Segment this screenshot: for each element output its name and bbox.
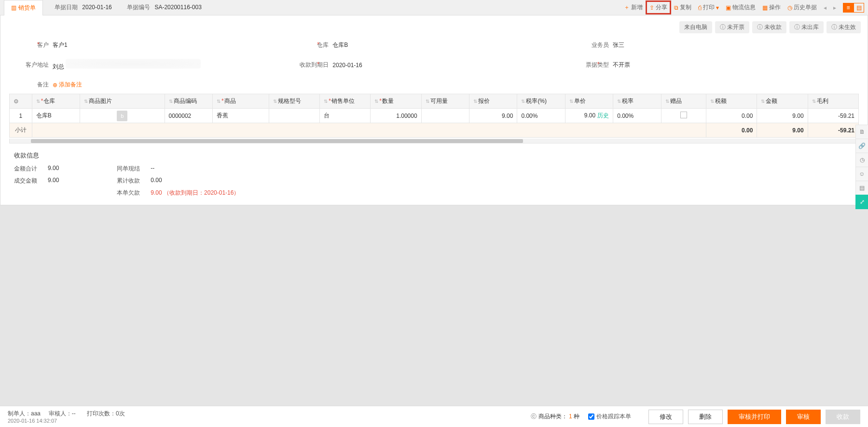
col-price[interactable]: ⇅单价	[565, 94, 613, 109]
col-tax[interactable]: ⇅税率	[613, 94, 661, 109]
copy-button[interactable]: ⧉复制	[671, 1, 694, 14]
rail-note-button[interactable]: 🗎	[855, 125, 868, 139]
grid-icon: ▦	[762, 4, 768, 11]
scrollbar-thumb[interactable]	[31, 139, 523, 143]
print-button[interactable]: ⎙打印▾	[695, 1, 722, 14]
audit-button[interactable]: 审核	[786, 410, 821, 424]
cell-gift	[661, 109, 706, 123]
col-gear[interactable]: ⚙	[10, 94, 32, 109]
receive-button[interactable]: 收款	[826, 410, 860, 424]
col-quote[interactable]: ⇅报价	[469, 94, 517, 109]
truck-icon: ▣	[726, 4, 731, 11]
status-not-effective[interactable]: ⓘ未生效	[827, 21, 861, 33]
col-product[interactable]: ⇅*商品	[212, 94, 269, 109]
info-icon: ⓘ	[831, 23, 837, 31]
audit-print-button[interactable]: 审核并打印	[728, 410, 781, 424]
new-button[interactable]: ＋新增	[621, 1, 646, 14]
plus-icon: ＋	[624, 3, 630, 12]
col-qty[interactable]: ⇅*数量	[371, 94, 421, 109]
cell-unit: 台	[320, 109, 371, 123]
total-value: 9.00	[48, 165, 59, 173]
rail-extra-button[interactable]: ▤	[855, 181, 868, 195]
view-card-button[interactable]: ▤	[854, 3, 864, 13]
col-spec[interactable]: ⇅规格型号	[269, 94, 319, 109]
col-profit[interactable]: ⇅毛利	[808, 94, 858, 109]
address-label: 客户地址	[14, 61, 53, 69]
delete-button[interactable]: 删除	[688, 410, 723, 424]
print-label: 打印次数：	[87, 410, 116, 417]
chart-icon: ▥	[11, 4, 16, 11]
status-row: 来自电脑 ⓘ未开票 ⓘ未收款 ⓘ未出库 ⓘ未生效	[0, 15, 868, 33]
add-remark-button[interactable]: ⊕ 添加备注	[53, 81, 82, 89]
history-icon: ◷	[787, 4, 792, 11]
status-not-out[interactable]: ⓘ未出库	[789, 21, 824, 33]
edit-button[interactable]: 修改	[648, 410, 683, 424]
col-gift[interactable]: ⇅赠品	[661, 94, 706, 109]
customer-label: 客户	[14, 41, 53, 49]
col-available[interactable]: ⇅可用量	[421, 94, 469, 109]
auditor-value: --	[72, 410, 76, 417]
side-rail: 🗎 🔗 ◷ ☺ ▤ ⤢	[855, 125, 868, 209]
items-table: ⚙ ⇅*仓库 ⇅商品图片 ⇅商品编码 ⇅*商品 ⇅规格型号 ⇅*销售单位 ⇅*数…	[0, 94, 868, 139]
doc-icon: ▤	[859, 185, 865, 191]
table-header: ⚙ ⇅*仓库 ⇅商品图片 ⇅商品编码 ⇅*商品 ⇅规格型号 ⇅*销售单位 ⇅*数…	[10, 94, 859, 109]
logistics-button[interactable]: ▣物流信息	[723, 1, 758, 14]
price-follow-check[interactable]: 价格跟踪本单	[588, 413, 631, 421]
deal-value: 9.00	[48, 177, 59, 185]
main-card: 来自电脑 ⓘ未开票 ⓘ未收款 ⓘ未出库 ⓘ未生效 客户 客户1 仓库 仓库B 业…	[0, 15, 868, 205]
user-icon: ☺	[859, 171, 865, 177]
status-not-received[interactable]: ⓘ未收款	[752, 21, 786, 33]
info-icon: ⓘ	[757, 23, 763, 31]
share-button[interactable]: ⇪分享	[647, 1, 670, 14]
col-warehouse[interactable]: ⇅*仓库	[32, 94, 80, 109]
col-unit[interactable]: ⇅*销售单位	[320, 94, 371, 109]
col-tax-amount[interactable]: ⇅税额	[706, 94, 757, 109]
header-meta: 单据日期 2020-01-16 单据编号 SA-20200116-003	[55, 3, 215, 12]
view-list-button[interactable]: ≡	[843, 3, 854, 13]
history-button[interactable]: ◷历史单据	[785, 1, 820, 14]
top-bar: ▥ 销货单 单据日期 2020-01-16 单据编号 SA-20200116-0…	[0, 0, 868, 15]
maker-value: aaa	[31, 410, 41, 417]
gift-checkbox[interactable]	[680, 112, 687, 118]
tab-sales-order[interactable]: ▥ 销货单	[4, 0, 43, 15]
status-not-invoiced[interactable]: ⓘ未开票	[715, 21, 749, 33]
price-history-link[interactable]: 历史	[597, 112, 609, 119]
rail-log-button[interactable]: ◷	[855, 153, 868, 167]
cell-tax: 0.00%	[613, 109, 661, 123]
warehouse-value: 仓库B	[332, 41, 348, 49]
salesman-label: 业务员	[574, 41, 613, 49]
due-value: 2020-01-16	[332, 62, 362, 69]
footer-center: ⓒ 商品种类： 1 种 价格跟踪本单 修改 删除 审核并打印 审核 收款	[531, 410, 860, 424]
price-follow-checkbox[interactable]	[588, 413, 594, 420]
share-icon: ⇪	[649, 4, 654, 11]
form-grid: 客户 客户1 仓库 仓库B 业务员 张三 客户地址 刘总 收款到期日 2020-…	[0, 33, 868, 94]
col-image[interactable]: ⇅商品图片	[80, 94, 165, 109]
salesman-value: 张三	[613, 41, 624, 49]
rail-user-button[interactable]: ☺	[855, 167, 868, 181]
col-tax-rate[interactable]: ⇅税率(%)	[517, 94, 565, 109]
prev-button[interactable]: ◂	[821, 3, 829, 12]
footer-timestamp: 2020-01-16 14:32:07	[8, 418, 125, 424]
address-value: 刘总	[53, 59, 201, 71]
cell-idx: 1	[10, 109, 32, 123]
customer-value: 客户1	[53, 41, 68, 49]
info-icon: ⓘ	[794, 23, 800, 31]
horizontal-scrollbar[interactable]	[9, 139, 859, 143]
top-actions: ＋新增 ⇪分享 ⧉复制 ⎙打印▾ ▣物流信息 ▦操作 ◷历史单据 ◂ ▸ ≡ ▤	[621, 1, 864, 14]
footer-buttons: 修改 删除 审核并打印 审核 收款	[648, 410, 860, 424]
cell-amount: 9.00	[757, 109, 808, 123]
kinds: ⓒ 商品种类： 1 种	[531, 413, 579, 421]
copyright-icon: ⓒ	[531, 413, 537, 420]
cell-tax-rate: 0.00%	[517, 109, 565, 123]
rail-attach-button[interactable]: 🔗	[855, 139, 868, 153]
cell-qty: 1.00000	[371, 109, 421, 123]
chevron-down-icon: ▾	[716, 4, 719, 11]
col-amount[interactable]: ⇅金额	[757, 94, 808, 109]
no-value: SA-20200116-003	[154, 4, 201, 11]
rail-expand-button[interactable]: ⤢	[855, 195, 868, 209]
operate-button[interactable]: ▦操作	[759, 1, 784, 14]
next-button[interactable]: ▸	[830, 3, 839, 12]
table-row[interactable]: 1 仓库B b 0000002 香蕉 台 1.00000 9.00 0.00% …	[10, 109, 859, 123]
same-value: --	[151, 165, 154, 173]
col-code[interactable]: ⇅商品编码	[165, 94, 212, 109]
